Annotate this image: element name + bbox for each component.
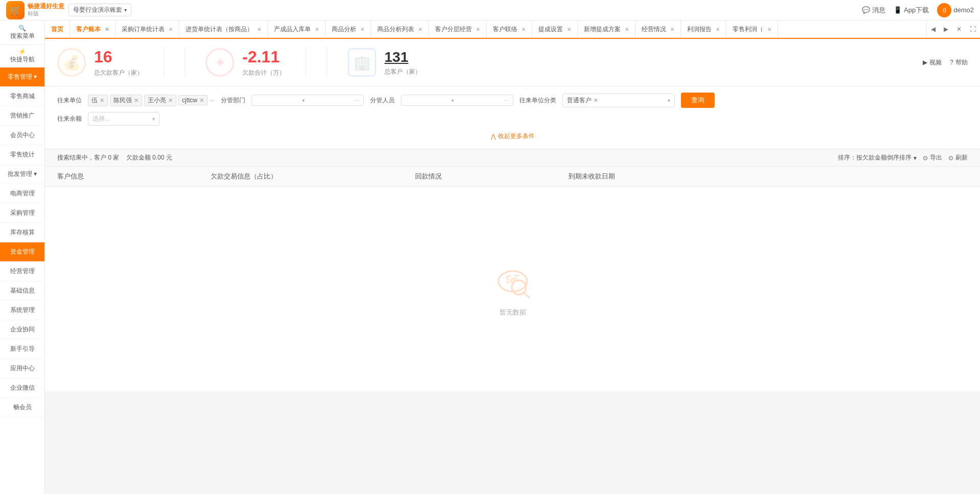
sidebar-item-vip-member[interactable]: 畅会员 <box>0 398 44 417</box>
stat-label-debt: 欠款合计（万） <box>242 69 285 77</box>
help-icon: ? <box>950 59 953 66</box>
filter-tag-wang-remove[interactable]: ✕ <box>168 97 173 104</box>
filter-staff-select[interactable]: ▾ ··· <box>401 95 513 106</box>
tab-profit-report[interactable]: 利润报告 ✕ <box>681 21 726 38</box>
user-menu[interactable]: d demo2 <box>937 3 974 17</box>
collapse-button[interactable]: ⋀ 收起更多条件 <box>487 130 539 143</box>
sidebar-item-retail-stats[interactable]: 零售统计 <box>0 145 44 165</box>
filter-category-tag-remove[interactable]: ✕ <box>594 97 598 104</box>
tab-close-product-analysis-list[interactable]: ✕ <box>418 27 422 32</box>
sidebar-item-marketing[interactable]: 营销推广 <box>0 106 44 126</box>
tab-close-new-promotion-plan[interactable]: ✕ <box>625 27 629 32</box>
query-button[interactable]: 查询 <box>681 93 715 108</box>
tab-customer-segment[interactable]: 客户分层经营 ✕ <box>429 21 487 38</box>
stat-icon-customers: 💰 <box>57 48 86 77</box>
video-link[interactable]: ▶ 视频 <box>923 58 942 67</box>
sidebar-item-sys-mgmt[interactable]: 系统管理 <box>0 301 44 320</box>
tab-promotion-settings[interactable]: 提成设置 ✕ <box>532 21 578 38</box>
tab-home[interactable]: 首页 <box>45 21 70 38</box>
filter-tag-cj-remove[interactable]: ✕ <box>199 97 204 104</box>
svg-point-5 <box>507 278 509 280</box>
sidebar-item-basic-info[interactable]: 基础信息 <box>0 281 44 301</box>
top-bar: 🛒 畅捷通好生意 标版 母婴行业演示账套 💬 消息 📱 App下载 d demo… <box>0 0 980 20</box>
tab-customer-contact[interactable]: 客户联络 ✕ <box>487 21 532 38</box>
tab-maximize[interactable]: ⛶ <box>966 21 980 37</box>
filter-tag-chen-remove[interactable]: ✕ <box>134 97 139 104</box>
sidebar-search[interactable]: 🔍 搜索菜单 <box>0 20 44 45</box>
dept-more-icon[interactable]: ··· <box>355 97 359 103</box>
batch-chevron-icon: ▾ <box>34 170 37 177</box>
help-link[interactable]: ? 帮助 <box>950 58 968 67</box>
message-icon: 💬 <box>862 6 870 14</box>
tab-customer-book[interactable]: 客户账本 ✕ <box>70 21 116 39</box>
tab-new-promotion-plan[interactable]: 新增提成方案 ✕ <box>578 21 635 38</box>
empty-state: 暂无数据 <box>492 261 533 317</box>
sidebar-item-newbie[interactable]: 新手引导 <box>0 340 44 359</box>
top-bar-left: 🛒 畅捷通好生意 标版 母婴行业演示账套 <box>6 1 131 19</box>
sidebar-item-retail-mall[interactable]: 零售商城 <box>0 87 44 106</box>
tab-product-analysis[interactable]: 商品分析 ✕ <box>326 21 371 38</box>
sidebar-item-inventory[interactable]: 库存核算 <box>0 223 44 242</box>
search-icon: 🔍 <box>18 25 26 32</box>
tab-close-profit-report[interactable]: ✕ <box>716 27 720 32</box>
export-icon: ⊙ <box>923 154 928 162</box>
sidebar-item-enterprise[interactable]: 企业协同 <box>0 320 44 340</box>
page-body: 💰 16 总欠款客户（家） ✦ -2.11 欠款合计（万） <box>45 39 980 494</box>
sidebar-item-capital-mgmt[interactable]: 资金管理 <box>0 242 44 262</box>
table-col-debt-info: 欠款交易信息（占比） <box>211 172 415 181</box>
tab-scroll-left[interactable]: ◀ <box>927 21 940 37</box>
tab-close-product-analysis[interactable]: ✕ <box>360 27 364 32</box>
table-container: 客户信息 欠款交易信息（占比） 回款情况 到期未收款日期 <box>45 167 980 391</box>
staff-more-icon[interactable]: ··· <box>504 97 509 103</box>
tab-close-customer-segment[interactable]: ✕ <box>476 27 480 32</box>
sidebar-item-ops-mgmt[interactable]: 经营管理 <box>0 262 44 281</box>
tab-close-purchase-order-stats[interactable]: ✕ <box>169 27 173 32</box>
account-selector[interactable]: 母婴行业演示账套 <box>69 4 131 16</box>
tab-close-incoming-stats[interactable]: ✕ <box>257 27 261 32</box>
tab-close-customer-book[interactable]: ✕ <box>105 27 109 32</box>
refresh-button[interactable]: ⊙ 刷新 <box>948 153 968 162</box>
collapse-up-icon: ⋀ <box>491 133 496 140</box>
sidebar-item-corp-wechat[interactable]: 企业微信 <box>0 378 44 398</box>
sidebar-quick-nav[interactable]: ⚡ 快捷导航 <box>0 45 44 68</box>
filter-unit-tags: 伍 ✕ 陈民强 ✕ 王小亮 ✕ <box>88 95 215 106</box>
filter-category-select[interactable]: 普通客户 ✕ ▾ <box>562 94 675 107</box>
filter-staff-label: 分管人员 <box>370 96 395 105</box>
tab-close-retail-profit[interactable]: ✕ <box>767 27 771 32</box>
chevron-down-icon: ▾ <box>34 73 37 80</box>
sidebar-item-app-center[interactable]: 应用中心 <box>0 359 44 378</box>
sidebar-item-batch-mgmt[interactable]: 批发管理 ▾ <box>0 165 44 184</box>
logo-icon: 🛒 <box>6 1 25 19</box>
sidebar-item-purchase-mgmt[interactable]: 采购管理 <box>0 204 44 223</box>
stat-label-customers: 总欠款客户（家） <box>94 69 143 77</box>
sidebar-item-ecomm-mgmt[interactable]: 电商管理 <box>0 184 44 204</box>
filter-unit-more[interactable]: ··· <box>210 97 215 104</box>
sidebar: 🔍 搜索菜单 ⚡ 快捷导航 零售管理 ▾ 零售商城 营销推广 会员中心 零售统计 <box>0 20 45 494</box>
message-link[interactable]: 💬 消息 <box>862 6 885 15</box>
tab-incoming-stats[interactable]: 进货单统计表（按商品） ✕ <box>179 21 268 38</box>
tab-close-product-instock[interactable]: ✕ <box>315 27 319 32</box>
tab-scroll-right[interactable]: ▶ <box>940 21 952 37</box>
avatar: d <box>937 3 951 17</box>
empty-state-icon <box>492 261 533 302</box>
table-col-repayment: 回款情况 <box>415 172 568 181</box>
sort-button[interactable]: 排序：按欠款金额倒序排序 ▾ <box>838 153 917 162</box>
tab-product-analysis-list[interactable]: 商品分析列表 ✕ <box>371 21 429 38</box>
tab-close-all[interactable]: ✕ <box>952 21 966 37</box>
filter-tag-wu-remove[interactable]: ✕ <box>100 97 104 104</box>
sidebar-item-retail-mgmt[interactable]: 零售管理 ▾ <box>0 68 44 87</box>
export-button[interactable]: ⊙ 导出 <box>923 153 942 162</box>
stat-icon-total: 🏢 <box>348 48 376 77</box>
sidebar-item-member-center[interactable]: 会员中心 <box>0 126 44 145</box>
app-download-link[interactable]: 📱 App下载 <box>894 6 929 15</box>
filter-dept-select[interactable]: ▾ ··· <box>252 95 364 106</box>
tab-close-promotion-settings[interactable]: ✕ <box>567 27 571 32</box>
tab-business-status[interactable]: 经营情况 ✕ <box>635 21 681 38</box>
tab-close-customer-contact[interactable]: ✕ <box>521 27 526 32</box>
filter-remaining-select[interactable]: 选择... ▾ <box>88 112 159 126</box>
stats-row: 💰 16 总欠款客户（家） ✦ -2.11 欠款合计（万） <box>45 39 980 86</box>
tab-retail-profit[interactable]: 零售利润（ ✕ <box>726 21 778 38</box>
tab-purchase-order-stats[interactable]: 采购订单统计表 ✕ <box>116 21 179 38</box>
tab-product-instock[interactable]: 产成品入库单 ✕ <box>268 21 326 38</box>
tab-close-business-status[interactable]: ✕ <box>670 27 674 32</box>
